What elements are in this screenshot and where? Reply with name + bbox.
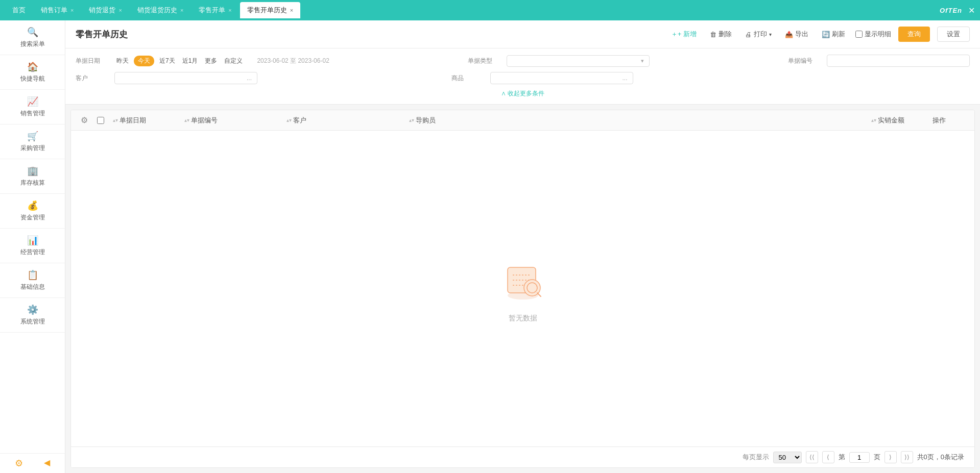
sidebar-label-finance: 资金管理 — [20, 213, 45, 222]
type-select-arrow: ▾ — [641, 58, 644, 64]
tab-label-sales-order: 销售订单 — [41, 6, 67, 15]
th-amount: ▴▾ 实销金额 — [867, 116, 928, 125]
tab-bar: 首页销售订单×销货退货×销货退货历史×零售开单×零售开单历史× — [5, 2, 940, 18]
date-shortcut-近1月[interactable]: 近1月 — [180, 56, 200, 66]
settings-icon[interactable]: ⚙ — [15, 458, 23, 469]
sidebar-item-nav[interactable]: 🏠快捷导航 — [0, 55, 65, 90]
page-header: 零售开单历史 ＋ + 新增 🗑 删除 🖨 打印 ▾ 📤 导出 — [65, 20, 980, 48]
export-button[interactable]: 📤 导出 — [782, 28, 811, 41]
sidebar-label-sales: 销售管理 — [20, 109, 45, 118]
tab-close-sales-return[interactable]: × — [118, 7, 122, 13]
date-shortcut-今天[interactable]: 今天 — [134, 56, 154, 66]
goods-select[interactable]: ... — [490, 72, 633, 84]
goods-ellipsis: ... — [622, 74, 627, 82]
sidebar-item-basic[interactable]: 📋基础信息 — [0, 263, 65, 298]
column-settings-icon[interactable]: ⚙ — [76, 115, 92, 125]
sort-arrows-guide[interactable]: ▴▾ — [409, 118, 414, 122]
th-amount-label: 实销金额 — [878, 116, 904, 125]
sidebar-item-system[interactable]: ⚙️系统管理 — [0, 298, 65, 333]
query-button[interactable]: 查询 — [898, 27, 930, 42]
tab-label-sales-return-history: 销货退货历史 — [137, 6, 177, 15]
sidebar-icon-inventory: 🏢 — [27, 165, 38, 177]
page-label-2: 页 — [874, 453, 880, 462]
sidebar-label-purchase: 采购管理 — [20, 144, 45, 153]
top-bar: 首页销售订单×销货退货×销货退货历史×零售开单×零售开单历史× OfTEn ✕ — [0, 0, 980, 20]
tab-sales-return[interactable]: 销货退货× — [82, 2, 129, 18]
sidebar-icon-operations: 📊 — [27, 235, 38, 246]
type-label: 单据类型 — [468, 57, 496, 65]
sidebar-item-inventory[interactable]: 🏢库存核算 — [0, 159, 65, 194]
per-page-label: 每页显示 — [743, 453, 769, 462]
per-page-select[interactable]: 50 20 100 — [773, 452, 802, 463]
customer-label: 客户 — [76, 74, 104, 83]
print-button[interactable]: 🖨 打印 ▾ — [742, 28, 775, 41]
sidebar: 🔍搜索采单🏠快捷导航📈销售管理🛒采购管理🏢库存核算💰资金管理📊经营管理📋基础信息… — [0, 20, 65, 473]
select-all-checkbox[interactable] — [97, 117, 104, 124]
content-area: 零售开单历史 ＋ + 新增 🗑 删除 🖨 打印 ▾ 📤 导出 — [65, 20, 980, 473]
sort-arrows-no[interactable]: ▴▾ — [184, 118, 189, 122]
th-no-label: 单据编号 — [191, 116, 218, 125]
date-shortcut-近7天[interactable]: 近7天 — [157, 56, 177, 66]
tab-label-retail-open: 零售开单 — [199, 6, 225, 15]
show-detail-checkbox[interactable] — [855, 31, 863, 38]
tab-label-sales-return: 销货退货 — [89, 6, 115, 15]
setting-button[interactable]: 设置 — [937, 27, 970, 42]
add-button[interactable]: ＋ + 新增 — [668, 28, 700, 41]
date-shortcut-昨天[interactable]: 昨天 — [114, 56, 131, 66]
date-shortcut-更多[interactable]: 更多 — [203, 56, 219, 66]
collapse-bar[interactable]: ∧ 收起更多条件 — [76, 89, 970, 98]
sort-arrows-date[interactable]: ▴▾ — [113, 118, 118, 122]
tab-sales-return-history[interactable]: 销货退货历史× — [130, 2, 190, 18]
sidebar-item-finance[interactable]: 💰资金管理 — [0, 194, 65, 229]
next-page-btn[interactable]: ⟩ — [885, 451, 897, 463]
main-layout: 🔍搜索采单🏠快捷导航📈销售管理🛒采购管理🏢库存核算💰资金管理📊经营管理📋基础信息… — [0, 20, 980, 473]
sidebar-label-search: 搜索采单 — [20, 40, 45, 48]
sidebar-icon-system: ⚙️ — [27, 304, 38, 315]
collapse-icon[interactable]: ◀ — [44, 458, 50, 469]
customer-ellipsis: ... — [247, 74, 252, 82]
total-text: 共0页，0条记录 — [917, 453, 964, 462]
customer-select[interactable]: ... — [114, 72, 257, 84]
page-label: 第 — [839, 453, 845, 462]
tab-close-retail-open-history[interactable]: × — [290, 7, 293, 13]
pagination: 每页显示 50 20 100 ⟨⟨ ⟨ 第 页 ⟩ ⟩⟩ 共0页，0条记录 — [71, 446, 974, 467]
refresh-button[interactable]: 🔄 刷新 — [819, 28, 848, 41]
filter-row-1: 单据日期 昨天今天近7天近1月更多自定义 2023-06-02 至 2023-0… — [76, 55, 970, 67]
sidebar-item-operations[interactable]: 📊经营管理 — [0, 229, 65, 263]
sidebar-item-sales[interactable]: 📈销售管理 — [0, 90, 65, 125]
empty-text: 暂无数据 — [509, 314, 537, 323]
first-page-btn[interactable]: ⟨⟨ — [806, 451, 818, 463]
filter-area: 单据日期 昨天今天近7天近1月更多自定义 2023-06-02 至 2023-0… — [65, 48, 980, 105]
tab-home[interactable]: 首页 — [5, 2, 33, 18]
page-input[interactable] — [849, 452, 870, 463]
th-guide-label: 导购员 — [416, 116, 436, 125]
th-no: ▴▾ 单据编号 — [180, 116, 282, 125]
type-select[interactable]: ▾ — [507, 55, 650, 67]
last-page-btn[interactable]: ⟩⟩ — [901, 451, 913, 463]
no-input[interactable] — [827, 55, 970, 67]
top-bar-right: OfTEn ✕ — [940, 6, 975, 15]
delete-button[interactable]: 🗑 删除 — [707, 28, 735, 41]
sidebar-label-basic: 基础信息 — [20, 283, 45, 291]
delete-icon: 🗑 — [710, 31, 716, 38]
close-window-btn[interactable]: ✕ — [968, 6, 975, 15]
tab-retail-open-history[interactable]: 零售开单历史× — [240, 2, 300, 18]
tab-close-sales-return-history[interactable]: × — [180, 7, 183, 13]
sort-arrows-amount[interactable]: ▴▾ — [871, 118, 876, 122]
tab-close-sales-order[interactable]: × — [70, 7, 74, 13]
table-header: ⚙ ▴▾ 单据日期 ▴▾ 单据编号 ▴▾ 客户 ▴▾ 导 — [71, 110, 974, 131]
tab-label-retail-open-history: 零售开单历史 — [247, 6, 287, 15]
tab-retail-open[interactable]: 零售开单× — [192, 2, 238, 18]
date-shortcut-自定义[interactable]: 自定义 — [222, 56, 245, 66]
tab-sales-order[interactable]: 销售订单× — [34, 2, 81, 18]
table-area: ⚙ ▴▾ 单据日期 ▴▾ 单据编号 ▴▾ 客户 ▴▾ 导 — [70, 110, 975, 468]
prev-page-btn[interactable]: ⟨ — [822, 451, 834, 463]
sort-arrows-customer[interactable]: ▴▾ — [286, 118, 292, 122]
sidebar-item-purchase[interactable]: 🛒采购管理 — [0, 125, 65, 159]
tab-close-retail-open[interactable]: × — [228, 7, 231, 13]
th-date: ▴▾ 单据日期 — [109, 116, 180, 125]
empty-icon — [497, 255, 548, 306]
sidebar-item-search[interactable]: 🔍搜索采单 — [0, 20, 65, 55]
sidebar-label-nav: 快捷导航 — [20, 74, 45, 83]
no-label: 单据编号 — [788, 57, 817, 65]
